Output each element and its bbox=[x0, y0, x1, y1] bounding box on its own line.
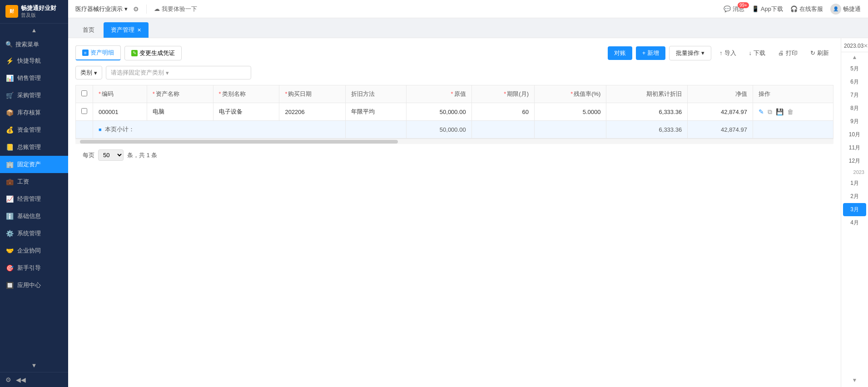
service-icon: 🎧 bbox=[790, 5, 798, 12]
horizontal-scrollbar[interactable] bbox=[75, 139, 833, 144]
table-header-row: *编码 *资产名称 *类别名称 *购买日期 bbox=[76, 85, 833, 103]
sidebar-settings-icon[interactable]: ⚙ bbox=[5, 376, 11, 383]
guide-icon: 🎯 bbox=[5, 264, 14, 272]
sidebar-item-cooperation[interactable]: 🤝 企业协同 bbox=[0, 242, 68, 259]
new-button[interactable]: + 新增 bbox=[636, 46, 665, 60]
sidebar-item-general-ledger[interactable]: 📒 总账管理 bbox=[0, 139, 68, 156]
month-item-12[interactable]: 12月 bbox=[841, 154, 868, 168]
sidebar-scroll-down[interactable]: ▼ bbox=[30, 360, 39, 371]
action-icons: ✎ ⧉ 💾 🗑 bbox=[759, 108, 828, 116]
company-dropdown-icon: ▾ bbox=[124, 5, 128, 12]
category-filter-label[interactable]: 类别 ▾ bbox=[75, 66, 102, 79]
asset-table-wrap: *编码 *资产名称 *类别名称 *购买日期 bbox=[75, 85, 833, 139]
batch-ops-button[interactable]: 批量操作 ▾ bbox=[669, 46, 711, 60]
category-filter-input[interactable]: 请选择固定资产类别 ▾ bbox=[106, 66, 251, 79]
month-item-9[interactable]: 9月 bbox=[841, 115, 868, 128]
cell-net-value: 42,874.97 bbox=[688, 103, 753, 121]
tabbar: 首页 资产管理 ✕ bbox=[68, 18, 868, 38]
subtab-voucher-gen[interactable]: ✎ 变更生成凭证 bbox=[124, 46, 182, 60]
subtab-toolbar: ≡ 资产明细 ✎ 变更生成凭证 对账 + 新增 批量操作 ▾ bbox=[75, 45, 833, 60]
sidebar-item-inventory[interactable]: 📦 库存核算 bbox=[0, 104, 68, 121]
col-name: *资产名称 bbox=[147, 85, 213, 103]
topbar-divider bbox=[146, 5, 147, 14]
user-profile[interactable]: 👤 畅捷通 bbox=[830, 4, 861, 15]
row-checkbox[interactable] bbox=[81, 108, 87, 114]
sidebar-item-app-center[interactable]: 🔲 应用中心 bbox=[0, 277, 68, 294]
cell-operations: ✎ ⧉ 💾 🗑 bbox=[753, 103, 833, 121]
sidebar-item-purchase[interactable]: 🛒 采购管理 bbox=[0, 87, 68, 104]
company-selector[interactable]: 医疗器械行业演示 ▾ bbox=[75, 5, 128, 13]
copy-icon[interactable]: ⧉ bbox=[768, 108, 772, 116]
panel-scroll-down[interactable]: ▼ bbox=[850, 375, 859, 385]
company-name: 医疗器械行业演示 bbox=[75, 5, 123, 13]
month-item-3[interactable]: 3月 bbox=[843, 203, 866, 216]
sidebar-item-quick-nav[interactable]: ⚡ 快捷导航 bbox=[0, 52, 68, 69]
month-item-4[interactable]: 4月 bbox=[841, 216, 868, 229]
refresh-button[interactable]: ↻ 刷新 bbox=[806, 46, 833, 60]
select-all-checkbox[interactable] bbox=[81, 90, 87, 96]
sidebar-collapse-icon[interactable]: ◀◀ bbox=[16, 376, 26, 383]
save-icon[interactable]: 💾 bbox=[776, 108, 784, 115]
month-item-7[interactable]: 7月 bbox=[841, 89, 868, 102]
message-button[interactable]: 💬 消息 99+ bbox=[724, 5, 744, 13]
select-all-header[interactable] bbox=[76, 85, 93, 103]
sidebar-item-sales[interactable]: 📊 销售管理 bbox=[0, 69, 68, 87]
month-item-5[interactable]: 5月 bbox=[841, 62, 868, 75]
subtotal-original: 50,000.00 bbox=[406, 121, 471, 139]
reconcile-button[interactable]: 对账 bbox=[608, 46, 632, 60]
month-item-11[interactable]: 11月 bbox=[841, 141, 868, 154]
month-item-6[interactable]: 6月 bbox=[841, 75, 868, 89]
filter-input-dropdown-icon: ▾ bbox=[166, 69, 169, 76]
sidebar-item-fixed-assets[interactable]: 🏢 固定资产 bbox=[0, 156, 68, 173]
row-checkbox-cell[interactable] bbox=[76, 103, 93, 121]
avatar: 👤 bbox=[830, 4, 841, 15]
month-item-2[interactable]: 2月 bbox=[841, 190, 868, 203]
scrollbar-thumb[interactable] bbox=[80, 140, 398, 144]
refresh-icon: ↻ bbox=[810, 50, 815, 56]
app-download-button[interactable]: 📱 App下载 bbox=[752, 5, 783, 13]
col-operations: 操作 bbox=[753, 85, 833, 103]
operations-icon: 📈 bbox=[5, 195, 14, 203]
sidebar-item-basic-info[interactable]: ℹ️ 基础信息 bbox=[0, 208, 68, 225]
toolbar-left: ≡ 资产明细 ✎ 变更生成凭证 bbox=[75, 45, 182, 60]
right-panel-header: 2023.03 ✕ ⤢ bbox=[841, 40, 868, 52]
month-item-1[interactable]: 1月 bbox=[841, 177, 868, 190]
cell-type: 电子设备 bbox=[213, 103, 279, 121]
message-icon: 💬 bbox=[724, 5, 731, 12]
fixed-assets-icon: 🏢 bbox=[5, 160, 14, 169]
cell-original-value: 50,000.00 bbox=[406, 103, 471, 121]
tab-asset-mgmt[interactable]: 资产管理 ✕ bbox=[104, 22, 149, 38]
subtab-asset-detail[interactable]: ≡ 资产明细 bbox=[75, 45, 121, 60]
delete-icon[interactable]: 🗑 bbox=[787, 108, 794, 115]
panel-close-icon[interactable]: ✕ bbox=[863, 43, 868, 49]
col-net-value: 净值 bbox=[688, 85, 753, 103]
logo-text: 畅捷通好业财 普及版 bbox=[21, 5, 56, 19]
settings-gear-icon[interactable]: ⚙ bbox=[133, 5, 139, 13]
panel-controls: ✕ ⤢ bbox=[863, 43, 868, 49]
sidebar-scroll-up[interactable]: ▲ bbox=[30, 25, 39, 35]
sidebar-item-guide[interactable]: 🎯 新手引导 bbox=[0, 259, 68, 277]
edit-icon[interactable]: ✎ bbox=[759, 108, 764, 115]
sidebar-search[interactable]: 🔍 搜索菜单 bbox=[0, 37, 68, 52]
logo-icon: 财 bbox=[5, 5, 18, 18]
subtotal-label-cell: ■ 本页小计： bbox=[93, 121, 346, 139]
tab-home[interactable]: 首页 bbox=[75, 22, 102, 38]
col-residual-rate: *残值率(%) bbox=[535, 85, 606, 103]
print-button[interactable]: 🖨 打印 bbox=[774, 46, 802, 60]
tab-close-icon[interactable]: ✕ bbox=[137, 27, 141, 33]
download-button[interactable]: ↓ 下载 bbox=[744, 46, 770, 60]
topbar: 医疗器械行业演示 ▾ ⚙ ☁ 我要体验一下 💬 消息 99+ 📱 App下载 🎧… bbox=[68, 0, 868, 18]
panel-scroll-up[interactable]: ▲ bbox=[850, 52, 859, 62]
inventory-icon: 📦 bbox=[5, 109, 14, 117]
sidebar-item-operations[interactable]: 📈 经营管理 bbox=[0, 190, 68, 208]
sidebar-item-system[interactable]: ⚙️ 系统管理 bbox=[0, 225, 68, 242]
import-button[interactable]: ↑ 导入 bbox=[715, 46, 741, 60]
experience-button[interactable]: ☁ 我要体验一下 bbox=[154, 5, 197, 13]
sidebar-item-funds[interactable]: 💰 资金管理 bbox=[0, 121, 68, 139]
sidebar-item-payroll[interactable]: 💼 工资 bbox=[0, 173, 68, 190]
online-service-button[interactable]: 🎧 在线客服 bbox=[790, 5, 823, 13]
per-page-select[interactable]: 50 10 20 100 bbox=[98, 149, 124, 161]
month-item-8[interactable]: 8月 bbox=[841, 102, 868, 115]
month-item-10[interactable]: 10月 bbox=[841, 128, 868, 141]
col-original-value: *原值 bbox=[406, 85, 471, 103]
